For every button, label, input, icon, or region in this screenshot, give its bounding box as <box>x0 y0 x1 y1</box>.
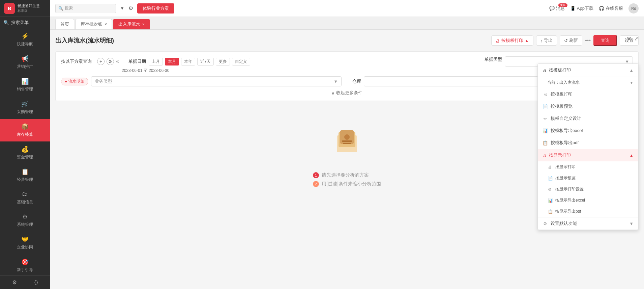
default-func-label: 设置默认功能 <box>551 220 577 227</box>
template-pdf-label: 按模板导出pdf <box>551 140 579 146</box>
template-custom-label: 模板自定义设计 <box>551 115 581 122</box>
collapse-sidebar-icon[interactable]: ⟨⟩ <box>34 279 38 286</box>
query-button[interactable]: 查询 <box>593 35 617 46</box>
dropdown-sub-display-pdf[interactable]: 📋 按显示导出pdf <box>538 206 638 217</box>
sidebar-footer: ⚙ ⟨⟩ <box>0 275 50 289</box>
filter-tag-liushui[interactable]: ● 流水明细 <box>61 78 88 85</box>
filter-tag-icon: ● <box>65 79 67 84</box>
empty-instructions: 1 请先选择要分析的方案 2 用[过滤]条件来缩小分析范围 <box>313 172 381 190</box>
warehouse-label: 仓库 <box>352 78 361 84</box>
template-print-icon: 🖨 <box>543 92 548 97</box>
sidebar-search-item[interactable]: 🔍 搜索菜单 <box>0 17 50 28</box>
close-panel-button[interactable]: ✕ <box>626 35 632 43</box>
sidebar-item-sales[interactable]: 📊 销售管理 <box>0 74 50 96</box>
trial-button[interactable]: 体验行业方案 <box>137 3 174 14</box>
dropdown-sub-display-excel[interactable]: 📊 按显示导出excel <box>538 195 638 206</box>
print-label: 按模板打印 <box>501 37 523 44</box>
message-badge: 99+ <box>558 3 567 7</box>
template-preview-label: 按模板预览 <box>551 103 573 109</box>
dropdown-item-template-preview[interactable]: 📄 按模板预览 <box>538 100 638 112</box>
step-1-num: 1 <box>313 172 319 178</box>
logo-text: 畅捷通好生意 标准版 <box>18 3 40 13</box>
refresh-button[interactable]: ↺ 刷新 <box>560 35 582 46</box>
tab-flow[interactable]: 出入库流水 × <box>113 19 150 29</box>
print-button[interactable]: 🖨 按模板打印 ▲ <box>491 35 533 46</box>
refresh-label: 刷新 <box>569 37 578 44</box>
panel-close-area: ✕ ⤢ <box>626 30 639 48</box>
date-more-button[interactable]: 更多 <box>216 58 230 65</box>
filter-add-button[interactable]: + <box>97 58 105 65</box>
template-pdf-icon: 📋 <box>543 140 548 146</box>
message-button[interactable]: 💬 消息 99+ <box>549 5 565 11</box>
sidebar-item-label: 基础信息 <box>17 199 33 205</box>
dropdown-chevron-up-icon[interactable]: ▲ <box>629 68 634 73</box>
filter-tag-label: 流水明细 <box>68 79 85 84</box>
avatar-text: Rit <box>631 6 636 10</box>
dropdown-sub-display-preview[interactable]: 📄 按显示预览 <box>538 173 638 184</box>
tab-home[interactable]: 首页 <box>55 19 74 29</box>
sidebar-item-purchase[interactable]: 🛒 采购管理 <box>0 96 50 119</box>
current-label-arrow-icon[interactable]: ▼ <box>630 80 634 85</box>
app-label: App下载 <box>577 5 593 11</box>
sidebar-item-guide[interactable]: 🎯 新手引导 <box>0 254 50 275</box>
more-actions-icon[interactable]: ••• <box>585 37 591 44</box>
date-last-month-button[interactable]: 上月 <box>149 58 163 65</box>
filter-settings-button[interactable]: ⚙ <box>107 58 114 65</box>
topbar-dropdown-icon[interactable]: ▼ <box>120 6 124 11</box>
sidebar-item-operation[interactable]: 📋 经营管理 <box>0 164 50 187</box>
logo-icon: B <box>4 3 15 14</box>
sidebar-item-system[interactable]: ⚙ 系统管理 <box>0 209 50 232</box>
settings-footer-icon[interactable]: ⚙ <box>12 279 17 286</box>
message-icon: 💬 <box>549 6 555 11</box>
tab-batch[interactable]: 库存批次账 × <box>76 19 112 29</box>
sidebar-item-corp[interactable]: 🤝 企业协同 <box>0 232 50 254</box>
sidebar-item-label: 企业协同 <box>17 244 33 250</box>
inventory-icon: 📦 <box>21 123 29 130</box>
display-section-header[interactable]: 🖨 按显示打印 ▲ <box>538 149 638 161</box>
template-excel-icon: 📊 <box>543 128 548 133</box>
sidebar-item-inventory[interactable]: 📦 库存核算 <box>0 119 50 141</box>
main-content: 🔍 搜索 ▼ ⚙ 体验行业方案 💬 消息 99+ 📱 App下载 🎧 在线客服 … <box>50 0 644 289</box>
topbar-search-icon: 🔍 <box>58 6 63 11</box>
sidebar-item-finance[interactable]: 💰 资金管理 <box>0 141 50 164</box>
dropdown-item-template-excel[interactable]: 📊 按模板导出excel <box>538 125 638 137</box>
page-header: 出入库流水(流水明细) 🖨 按模板打印 ▲ ↑ 导出 ↺ 刷新 ••• 查询 设… <box>55 35 639 46</box>
dropdown-sub-display-settings[interactable]: ⚙ 按显示打印设置 <box>538 184 638 195</box>
service-label: 在线客服 <box>606 5 623 11</box>
date-custom-button[interactable]: 自定义 <box>232 58 250 65</box>
dropdown-sub-display-print[interactable]: 🖨 按显示打印 <box>538 161 638 173</box>
topbar-search[interactable]: 🔍 搜索 <box>55 4 116 13</box>
svg-point-3 <box>344 134 350 140</box>
date-filter-group: 单据日期 上月 本月 本年 近7天 更多 自定义 <box>128 58 250 65</box>
dropdown-item-template-custom[interactable]: ✏ 模板自定义设计 <box>538 112 638 125</box>
dropdown-panel-header: 🖨 按模板打印 ▲ <box>538 64 638 77</box>
date-this-year-button[interactable]: 本年 <box>181 58 195 65</box>
sidebar-item-basic[interactable]: 🗂 基础信息 <box>0 187 50 209</box>
export-label: 导出 <box>544 37 553 44</box>
date-this-month-button[interactable]: 本月 <box>165 58 179 65</box>
export-button[interactable]: ↑ 导出 <box>536 35 557 46</box>
expand-panel-button[interactable]: ⤢ <box>634 36 639 42</box>
online-service-button[interactable]: 🎧 在线客服 <box>599 5 623 11</box>
date-last-7days-button[interactable]: 近7天 <box>197 58 214 65</box>
topbar-gear-icon[interactable]: ⚙ <box>128 5 133 11</box>
app-download-button[interactable]: 📱 App下载 <box>570 5 593 11</box>
collapse-icon: ∧ <box>331 90 335 96</box>
dropdown-item-template-print[interactable]: 🖨 按模板打印 <box>538 88 638 100</box>
filter-collapse-button[interactable]: « <box>116 58 119 64</box>
display-section-icon: 🖨 <box>543 153 547 158</box>
dropdown-item-default-func[interactable]: ⚙ 设置默认功能 ▼ <box>538 217 638 230</box>
display-pdf-icon: 📋 <box>548 209 553 214</box>
marketing-icon: 📢 <box>21 55 29 62</box>
sidebar-item-quick-nav[interactable]: ⚡ 快捷导航 <box>0 28 50 51</box>
display-settings-icon: ⚙ <box>548 187 553 192</box>
tab-flow-close[interactable]: × <box>142 22 145 27</box>
topbar: 🔍 搜索 ▼ ⚙ 体验行业方案 💬 消息 99+ 📱 App下载 🎧 在线客服 … <box>50 0 644 17</box>
biz-type-dropdown[interactable]: 业务类型 ▼ <box>91 76 342 86</box>
print-dropdown-panel: 🖨 按模板打印 ▲ 当前：出入库流水 ▼ 🖨 按模板打印 📄 按模板预览 ✏ 模… <box>537 63 639 230</box>
dropdown-item-template-pdf[interactable]: 📋 按模板导出pdf <box>538 137 638 149</box>
tab-batch-close[interactable]: × <box>105 22 107 27</box>
display-settings-label: 按显示打印设置 <box>555 186 584 192</box>
user-avatar[interactable]: Rit <box>628 3 639 14</box>
sidebar-item-marketing[interactable]: 📢 营销推广 <box>0 51 50 74</box>
